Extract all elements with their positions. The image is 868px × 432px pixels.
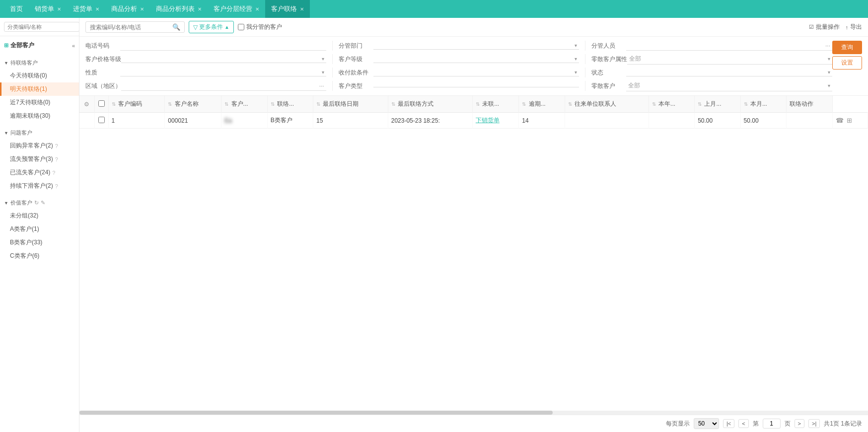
content-area: 🔍 ▽ 更多条件 ▲ 我分管的客户 ☑ 批量操作 ↑ 导出 (79, 18, 868, 432)
refresh-icon[interactable]: ↻ (34, 200, 39, 206)
sidebar-item-churned[interactable]: 已流失客户(24) ? (0, 166, 79, 179)
set-button[interactable]: 设置 (832, 56, 862, 70)
export-btn[interactable]: ↑ 导出 (846, 23, 863, 31)
help-icon-4[interactable]: ? (55, 183, 58, 189)
th-type[interactable]: ⇅ 客户... (221, 96, 267, 113)
nav-goods-list[interactable]: 商品分析列表 ✕ (150, 0, 208, 18)
th-last-method[interactable]: ⇅ 最后联络方式 (388, 96, 472, 113)
filter-dept-label: 分管部门 (339, 42, 373, 50)
horizontal-scrollbar[interactable] (79, 411, 868, 415)
sidebar-item-class-c[interactable]: C类客户(6) (0, 249, 79, 263)
sidebar-item-class-a[interactable]: A类客户(1) (0, 222, 79, 236)
th-code[interactable]: ⇅ 客户编码 (108, 96, 165, 113)
th-overdue[interactable]: ⇅ 逾期... (519, 96, 565, 113)
sidebar-item-abnormal[interactable]: 回购异常客户(2) ? (0, 139, 79, 152)
th-unit-contact[interactable]: ⇅ 往来单位联系人 (565, 96, 649, 113)
nav-purchase-close[interactable]: ✕ (95, 6, 99, 12)
pending-contact-title[interactable]: ▼ 待联络客户 (0, 57, 79, 69)
th-uncontacted[interactable]: ⇅ 未联... (472, 96, 518, 113)
filter-status-field: 状态 ▾ (591, 69, 832, 77)
arrow-down-icon-3: ▼ (4, 201, 8, 206)
gear-icon[interactable]: ⚙ (84, 101, 89, 108)
select-all-checkbox[interactable] (98, 100, 105, 107)
filter-search-input[interactable] (90, 24, 172, 31)
prev-page-btn[interactable]: < (738, 419, 748, 428)
th-last-month[interactable]: ⇅ 上月... (695, 96, 740, 113)
help-icon-3[interactable]: ? (52, 170, 55, 176)
my-customers-check-input[interactable] (238, 24, 244, 30)
per-page-label: 每页显示 (666, 420, 690, 428)
sidebar-item-churn-warning[interactable]: 流失预警客户(3) ? (0, 152, 79, 166)
my-customers-checkbox[interactable]: 我分管的客户 (238, 23, 282, 31)
collapse-icon[interactable]: « (72, 43, 75, 49)
sidebar-item-ungrouped[interactable]: 未分组(32) (0, 209, 79, 222)
help-icon-1[interactable]: ? (55, 143, 58, 149)
sidebar-item-today-pending[interactable]: 今天待联络(0) (0, 69, 79, 82)
nav-customer-contact[interactable]: 客户联络 ✕ (265, 0, 310, 18)
more-conditions-btn[interactable]: ▽ 更多条件 ▲ (189, 21, 234, 33)
value-customers-title[interactable]: ▼ 价值客户 ↻ ✎ (0, 197, 79, 209)
help-icon-2[interactable]: ? (55, 156, 58, 162)
sort-icon-this-month: ⇅ (744, 101, 748, 107)
per-page-select[interactable]: 50 100 200 (694, 418, 719, 429)
nav-goods-analysis-close[interactable]: ✕ (140, 6, 144, 12)
nav-goods-analysis[interactable]: 商品分析 ✕ (105, 0, 150, 18)
filter-price-level-select[interactable]: ▾ (121, 55, 326, 63)
td-gear (79, 113, 94, 129)
th-this-year[interactable]: ⇅ 本年... (649, 96, 694, 113)
filter-status-select[interactable]: ▾ (626, 69, 832, 76)
query-button[interactable]: 查询 (832, 41, 862, 54)
filter-price-level-label: 客户价格等级 (85, 55, 121, 64)
filter-row-4: 区域（地区） ··· 客户类型 (85, 80, 832, 91)
action-phone-icon[interactable]: ☎ (836, 117, 844, 124)
filter-dept-select[interactable]: ▾ (373, 42, 579, 50)
filter-payment-select[interactable]: ▾ (373, 69, 579, 76)
last-page-btn[interactable]: >| (808, 419, 820, 428)
action-menu-icon[interactable]: ⊞ (847, 117, 852, 124)
filter-nature-label: 性质 (85, 69, 120, 77)
filter-customer-level-select[interactable]: ▾ (373, 55, 579, 63)
th-this-month[interactable]: ⇅ 本月... (740, 96, 786, 113)
nav-customer-segment[interactable]: 客户分层经营 ✕ (208, 0, 265, 18)
filter-region-select[interactable]: ··· (121, 81, 326, 91)
filter-nature-select[interactable]: ▾ (120, 69, 326, 76)
filter-customer-level-field: 客户等级 ▾ (339, 55, 579, 64)
row-checkbox[interactable] (98, 117, 105, 123)
nav-sales-close[interactable]: ✕ (57, 6, 61, 12)
filter-icon: ▽ (193, 24, 198, 31)
chevron-up-icon: ▲ (224, 24, 229, 30)
next-page-btn[interactable]: > (795, 419, 804, 428)
nav-goods-list-close[interactable]: ✕ (198, 6, 202, 12)
sort-icon-date: ⇅ (316, 101, 320, 107)
filter-manager-select[interactable]: ··· (626, 41, 832, 51)
sort-icon-unit: ⇅ (568, 101, 572, 107)
filter-phone-input[interactable] (120, 41, 326, 51)
problem-customers-title[interactable]: ▼ 问题客户 (0, 127, 79, 139)
edit-icon[interactable]: ✎ (41, 200, 45, 206)
last-contact-link[interactable]: 下销货单 (476, 117, 500, 124)
filter-customer-type-select[interactable] (373, 85, 579, 87)
sidebar-item-week-pending[interactable]: 近7天待联络(0) (0, 96, 79, 109)
sidebar-item-tomorrow-pending[interactable]: 明天待联络(1) (0, 82, 79, 96)
nav-purchase[interactable]: 进货单 ✕ (67, 0, 105, 18)
th-contact-count[interactable]: ⇅ 联络... (267, 96, 313, 113)
sidebar-item-class-b[interactable]: B类客户(33) (0, 236, 79, 249)
sidebar-item-declining[interactable]: 持续下滑客户(2) ? (0, 179, 79, 193)
filter-retail-customer-select[interactable]: 全部 ▾ (626, 80, 832, 91)
problem-customers-section: ▼ 问题客户 回购异常客户(2) ? 流失预警客户(3) ? 已流失客户(24)… (0, 125, 79, 195)
batch-op-btn[interactable]: ☑ 批量操作 (809, 23, 840, 31)
nav-home[interactable]: 首页 (4, 0, 29, 18)
nav-customer-contact-close[interactable]: ✕ (300, 6, 304, 12)
sidebar-all-customers-header[interactable]: ⊞ 全部客户 « (0, 38, 79, 53)
nav-sales[interactable]: 销货单 ✕ (29, 0, 67, 18)
sort-icon-code: ⇅ (112, 101, 116, 107)
sidebar-search-input[interactable] (4, 22, 79, 32)
first-page-btn[interactable]: |< (723, 419, 734, 428)
nav-customer-segment-close[interactable]: ✕ (255, 6, 259, 12)
page-number-input[interactable] (763, 419, 781, 429)
sidebar-item-overdue[interactable]: 逾期未联络(30) (0, 109, 79, 123)
filter-search-icon[interactable]: 🔍 (172, 23, 180, 31)
filter-retail-attr-select[interactable]: 全部 ▾ (627, 54, 832, 65)
th-last-date[interactable]: ⇅ 最后联络日期 (313, 96, 388, 113)
th-name[interactable]: ⇅ 客户名称 (165, 96, 221, 113)
